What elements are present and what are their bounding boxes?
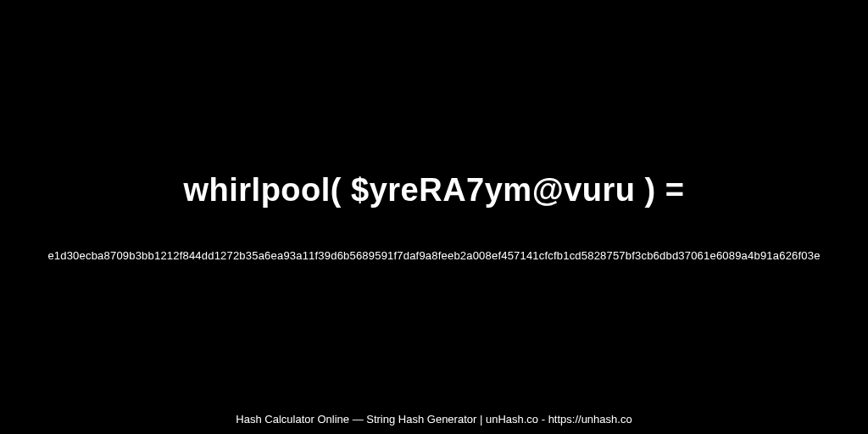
footer-text: Hash Calculator Online — String Hash Gen… [0,413,868,426]
hash-output: e1d30ecba8709b3bb1212f844dd1272b35a6ea93… [14,249,854,262]
main-content: whirlpool( $yreRA7ym@vuru ) = e1d30ecba8… [0,0,868,434]
hash-expression: whirlpool( $yreRA7ym@vuru ) = [183,172,684,209]
